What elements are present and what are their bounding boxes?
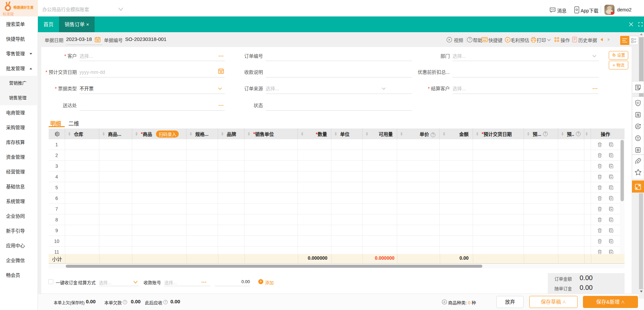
svg-text:价: 价 (636, 101, 639, 105)
svg-text:¥: ¥ (506, 38, 509, 42)
svg-text:历: 历 (636, 125, 640, 128)
svg-text:库: 库 (636, 113, 640, 117)
svg-text:草: 草 (636, 86, 639, 89)
svg-text:欠: 欠 (636, 137, 640, 140)
svg-text:?: ? (469, 38, 471, 42)
svg-text:券: 券 (636, 148, 640, 152)
